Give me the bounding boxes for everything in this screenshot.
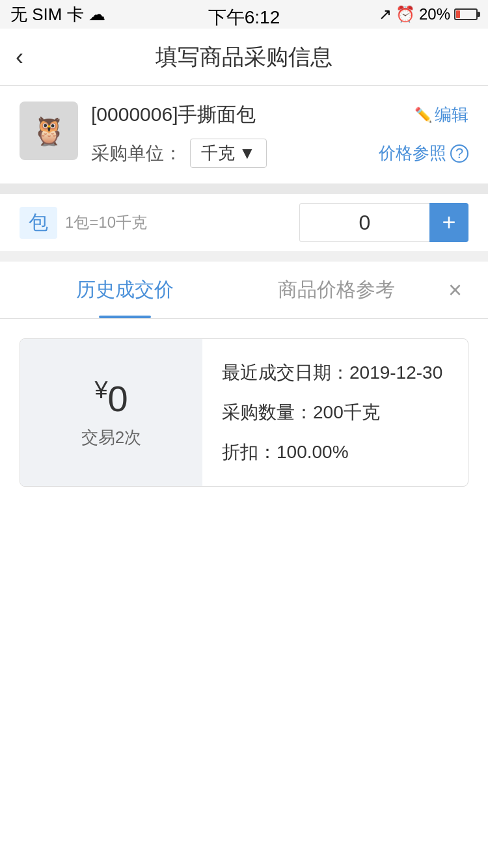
battery-fill <box>456 10 460 18</box>
dropdown-arrow-icon: ▼ <box>239 143 256 163</box>
product-image: 🦉 <box>29 111 68 150</box>
history-card-right: 最近成交日期：2019-12-30 采购数量：200千克 折扣：100.00% <box>202 339 468 486</box>
status-time: 下午6:12 <box>208 5 280 30</box>
price-ref-label: 价格参照 <box>379 142 446 165</box>
product-thumbnail: 🦉 <box>20 102 78 160</box>
unit-dropdown[interactable]: 千克 ▼ <box>190 139 267 168</box>
recent-date-value: 2019-12-30 <box>349 362 442 383</box>
battery-percent: 20% <box>419 5 450 23</box>
purchase-unit-row: 采购单位： 千克 ▼ 价格参照 ? <box>91 139 468 168</box>
recent-date-row: 最近成交日期：2019-12-30 <box>222 359 448 388</box>
sim-text: 无 SIM 卡 ☁ <box>10 3 105 26</box>
section-divider <box>0 183 488 194</box>
product-name: [0000006]手撕面包 <box>91 102 256 128</box>
tab-content: ¥0 交易2次 最近成交日期：2019-12-30 采购数量：200千克 折扣：… <box>0 319 488 506</box>
purchase-qty-value: 200千克 <box>313 402 380 422</box>
tab-section: 历史成交价 商品价格参考 × ¥0 交易2次 最近成交日期：2019-12-30… <box>0 262 488 506</box>
purchase-qty-label: 采购数量： <box>222 402 313 422</box>
status-left: 无 SIM 卡 ☁ <box>10 3 105 26</box>
page-title: 填写商品采购信息 <box>156 42 332 72</box>
discount-row: 折扣：100.00% <box>222 438 448 467</box>
purchase-unit-left: 采购单位： 千克 ▼ <box>91 139 267 168</box>
quantity-input-area: + <box>299 203 468 242</box>
product-row: 🦉 [0000006]手撕面包 ✏️ 编辑 采购单位： 千克 ▼ <box>20 102 468 168</box>
quantity-section: 包 1包=10千克 + <box>0 194 488 251</box>
tab-product-price-ref-label: 商品价格参考 <box>278 277 395 303</box>
tab-history-price-label: 历史成交价 <box>76 277 174 303</box>
currency-symbol: ¥ <box>94 377 107 403</box>
discount-value: 100.00% <box>277 442 349 462</box>
history-price-value: ¥0 <box>94 377 128 420</box>
price-ref-button[interactable]: 价格参照 ? <box>379 142 468 165</box>
history-trade-count: 交易2次 <box>81 426 141 449</box>
tab-history-price[interactable]: 历史成交价 <box>20 262 230 318</box>
tab-header: 历史成交价 商品价格参考 × <box>0 262 488 319</box>
quantity-unit-label: 包 <box>20 207 57 239</box>
discount-label: 折扣： <box>222 442 277 462</box>
purchase-unit-label: 采购单位： <box>91 141 182 166</box>
back-button[interactable]: ‹ <box>16 44 23 71</box>
tab-close-button[interactable]: × <box>442 277 468 304</box>
product-title: 手撕面包 <box>178 103 256 125</box>
status-bar: 无 SIM 卡 ☁ 下午6:12 ↗ ⏰ 20% <box>0 0 488 29</box>
tab-product-price-ref[interactable]: 商品价格参考 <box>230 262 441 318</box>
edit-button[interactable]: ✏️ 编辑 <box>414 103 468 126</box>
unit-value: 千克 <box>201 142 235 165</box>
price-number: 0 <box>107 378 128 419</box>
status-right: ↗ ⏰ 20% <box>379 5 478 23</box>
quantity-unit-info: 包 1包=10千克 <box>20 207 299 239</box>
quantity-convert-info: 1包=10千克 <box>65 212 147 233</box>
location-icon: ↗ <box>379 5 392 23</box>
product-name-row: [0000006]手撕面包 ✏️ 编辑 <box>91 102 468 128</box>
battery-icon <box>454 8 478 20</box>
edit-label: 编辑 <box>435 103 468 126</box>
product-section: 🦉 [0000006]手撕面包 ✏️ 编辑 采购单位： 千克 ▼ <box>0 86 488 183</box>
help-icon: ? <box>450 144 468 163</box>
nav-bar: ‹ 填写商品采购信息 <box>0 29 488 86</box>
history-card-left: ¥0 交易2次 <box>20 339 202 486</box>
quantity-input[interactable] <box>299 203 429 242</box>
history-price-card: ¥0 交易2次 最近成交日期：2019-12-30 采购数量：200千克 折扣：… <box>20 338 468 487</box>
bottom-space <box>0 506 488 868</box>
alarm-icon: ⏰ <box>396 5 415 23</box>
product-details: [0000006]手撕面包 ✏️ 编辑 采购单位： 千克 ▼ 价格参照 <box>91 102 468 168</box>
edit-icon: ✏️ <box>414 107 432 124</box>
quantity-plus-button[interactable]: + <box>429 203 468 242</box>
purchase-qty-row: 采购数量：200千克 <box>222 398 448 427</box>
recent-date-label: 最近成交日期： <box>222 362 349 383</box>
product-id: [0000006] <box>91 103 178 125</box>
product-logo-icon: 🦉 <box>32 115 66 147</box>
